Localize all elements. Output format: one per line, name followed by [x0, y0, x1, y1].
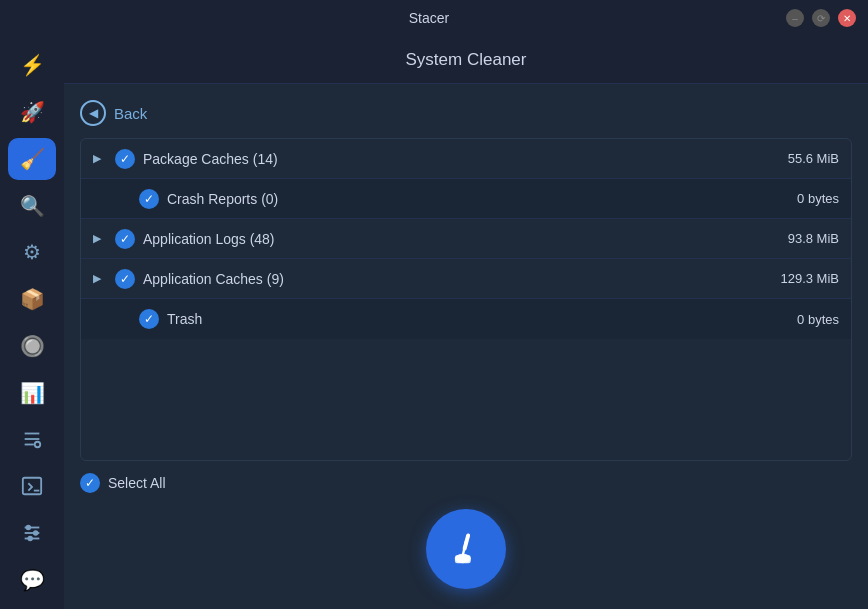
sidebar-item-mixer[interactable]: [8, 512, 56, 555]
row-size: 129.3 MiB: [749, 271, 839, 286]
row-label: Application Caches (9): [143, 271, 284, 287]
check-icon: ✓: [139, 189, 159, 209]
row-label: Application Logs (48): [143, 231, 275, 247]
table-row[interactable]: ▶ ✓ Package Caches (14) 55.6 MiB: [81, 139, 851, 179]
sidebar-item-dashboard[interactable]: ⚡: [8, 44, 56, 87]
sidebar-item-search[interactable]: 🔍: [8, 184, 56, 227]
sidebar-item-startup[interactable]: 🚀: [8, 91, 56, 134]
check-icon: ✓: [139, 309, 159, 329]
svg-point-11: [28, 537, 32, 541]
sidebar-item-tools[interactable]: [8, 418, 56, 461]
close-button[interactable]: ✕: [838, 9, 856, 27]
sidebar-item-terminal[interactable]: [8, 465, 56, 508]
check-icon: ✓: [115, 269, 135, 289]
svg-point-3: [35, 442, 41, 448]
row-size: 0 bytes: [749, 191, 839, 206]
row-size: 55.6 MiB: [749, 151, 839, 166]
sidebar-item-cleaner[interactable]: 🧹: [8, 138, 56, 181]
page-title: System Cleaner: [406, 50, 527, 70]
table-row[interactable]: ▶ ✓ Application Caches (9) 129.3 MiB: [81, 259, 851, 299]
minimize-button[interactable]: –: [786, 9, 804, 27]
check-icon: ✓: [115, 149, 135, 169]
sidebar-item-chat[interactable]: 💬: [8, 558, 56, 601]
row-label: Trash: [167, 311, 202, 327]
back-icon: ◀: [80, 100, 106, 126]
app-title: Stacer: [72, 10, 786, 26]
sidebar: ⚡ 🚀 🧹 🔍 ⚙ 📦 🔘 📊 💬: [0, 36, 64, 609]
footer: ✓ Select All: [64, 461, 868, 493]
window-controls: – ⟳ ✕: [786, 9, 856, 27]
sidebar-item-uninstaller[interactable]: 📦: [8, 278, 56, 321]
row-size: 93.8 MiB: [749, 231, 839, 246]
sidebar-item-services[interactable]: ⚙: [8, 231, 56, 274]
select-all-button[interactable]: ✓ Select All: [80, 473, 166, 493]
sidebar-item-resources[interactable]: 🔘: [8, 325, 56, 368]
restore-button[interactable]: ⟳: [812, 9, 830, 27]
table-row[interactable]: ▶ ✓ Crash Reports (0) 0 bytes: [81, 179, 851, 219]
chevron-icon: ▶: [93, 232, 107, 245]
row-left: ▶ ✓ Application Logs (48): [93, 229, 749, 249]
select-all-check-icon: ✓: [80, 473, 100, 493]
row-left: ▶ ✓ Trash: [117, 309, 749, 329]
row-left: ▶ ✓ Application Caches (9): [93, 269, 749, 289]
row-label: Crash Reports (0): [167, 191, 278, 207]
chevron-icon: ▶: [93, 272, 107, 285]
svg-point-9: [34, 531, 38, 535]
main-layout: ⚡ 🚀 🧹 🔍 ⚙ 📦 🔘 📊 💬: [0, 36, 868, 609]
table-row[interactable]: ▶ ✓ Trash 0 bytes: [81, 299, 851, 339]
clean-button-area: [64, 493, 868, 609]
chevron-icon: ▶: [93, 152, 107, 165]
check-icon: ✓: [115, 229, 135, 249]
back-button[interactable]: ◀ Back: [80, 100, 147, 126]
back-label: Back: [114, 105, 147, 122]
content-body: ◀ Back ▶ ✓ Package Caches (14) 55.6 MiB: [64, 84, 868, 461]
svg-line-15: [463, 541, 466, 555]
row-size: 0 bytes: [749, 312, 839, 327]
svg-point-7: [27, 526, 31, 530]
page-header: System Cleaner: [64, 36, 868, 84]
table-row[interactable]: ▶ ✓ Application Logs (48) 93.8 MiB: [81, 219, 851, 259]
content-area: System Cleaner ◀ Back ▶ ✓ Package Caches…: [64, 36, 868, 609]
row-label: Package Caches (14): [143, 151, 278, 167]
clean-button[interactable]: [426, 509, 506, 589]
select-all-label: Select All: [108, 475, 166, 491]
items-table: ▶ ✓ Package Caches (14) 55.6 MiB ▶ ✓ Cra…: [80, 138, 852, 461]
titlebar: Stacer – ⟳ ✕: [0, 0, 868, 36]
row-left: ▶ ✓ Crash Reports (0): [117, 189, 749, 209]
row-left: ▶ ✓ Package Caches (14): [93, 149, 749, 169]
sidebar-item-charts[interactable]: 📊: [8, 371, 56, 414]
